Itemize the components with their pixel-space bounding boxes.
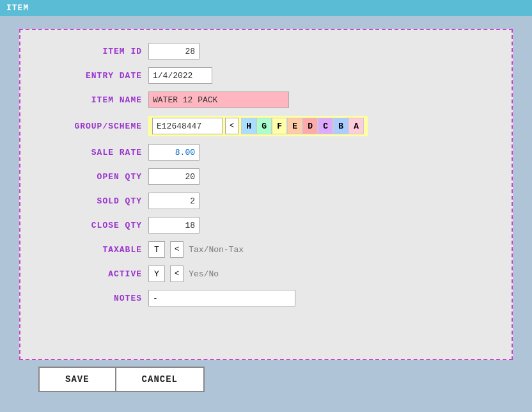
notes-label: NOTES bbox=[40, 294, 142, 303]
item-name-input[interactable] bbox=[148, 91, 289, 108]
open-qty-input[interactable] bbox=[148, 168, 199, 185]
form-container: ITEM ID ENTRY DATE ITEM NAME GROUP/SCHEM… bbox=[19, 29, 513, 360]
taxable-value: T bbox=[154, 245, 159, 255]
cancel-button[interactable]: CANCEL bbox=[116, 367, 205, 392]
active-value: Y bbox=[154, 269, 159, 279]
active-row: ACTIVE Y < Yes/No bbox=[40, 265, 492, 282]
taxable-arrow-btn[interactable]: < bbox=[170, 241, 184, 258]
open-qty-row: OPEN QTY bbox=[40, 168, 492, 185]
item-id-row: ITEM ID bbox=[40, 43, 492, 59]
close-qty-label: CLOSE QTY bbox=[40, 221, 142, 230]
scheme-letter-H[interactable]: H bbox=[241, 118, 256, 134]
close-qty-row: CLOSE QTY bbox=[40, 217, 492, 234]
scheme-letter-G[interactable]: G bbox=[256, 118, 272, 134]
main-content: ITEM ID ENTRY DATE ITEM NAME GROUP/SCHEM… bbox=[0, 16, 532, 405]
sold-qty-row: SOLD QTY bbox=[40, 193, 492, 209]
group-scheme-arrow-btn[interactable]: < bbox=[225, 118, 239, 134]
title-bar-label: ITEM bbox=[6, 3, 29, 13]
sale-rate-input[interactable] bbox=[148, 144, 199, 161]
button-row: SAVE CANCEL bbox=[19, 367, 513, 392]
active-arrow-btn[interactable]: < bbox=[170, 265, 184, 282]
sale-rate-row: SALE RATE bbox=[40, 144, 492, 161]
taxable-controls: T < Tax/Non-Tax bbox=[148, 241, 244, 258]
taxable-row: TAXABLE T < Tax/Non-Tax bbox=[40, 241, 492, 258]
entry-date-row: ENTRY DATE bbox=[40, 67, 492, 84]
entry-date-label: ENTRY DATE bbox=[40, 71, 142, 81]
item-id-label: ITEM ID bbox=[40, 47, 142, 56]
active-label: ACTIVE bbox=[40, 269, 142, 279]
group-scheme-wrapper: < H G F E D C B A bbox=[148, 116, 368, 136]
close-qty-input[interactable] bbox=[148, 217, 199, 234]
scheme-letter-F[interactable]: F bbox=[272, 118, 287, 134]
sold-qty-label: SOLD QTY bbox=[40, 196, 142, 206]
group-scheme-label: GROUP/SCHEME bbox=[40, 122, 142, 131]
scheme-letter-C[interactable]: C bbox=[318, 118, 333, 134]
title-bar: ITEM bbox=[0, 0, 532, 16]
active-description: Yes/No bbox=[189, 269, 219, 279]
scheme-letter-E[interactable]: E bbox=[287, 118, 302, 134]
notes-input[interactable] bbox=[148, 290, 295, 306]
active-value-box: Y bbox=[148, 265, 165, 282]
group-scheme-input[interactable] bbox=[152, 118, 223, 134]
taxable-description: Tax/Non-Tax bbox=[189, 245, 244, 255]
group-scheme-row: GROUP/SCHEME < H G F E D C B A bbox=[40, 116, 492, 136]
item-id-input[interactable] bbox=[148, 43, 199, 59]
scheme-letter-B[interactable]: B bbox=[333, 118, 348, 134]
save-button[interactable]: SAVE bbox=[38, 367, 116, 392]
scheme-letter-D[interactable]: D bbox=[302, 118, 318, 134]
taxable-value-box: T bbox=[148, 241, 165, 258]
notes-row: NOTES bbox=[40, 290, 492, 306]
sold-qty-input[interactable] bbox=[148, 193, 199, 209]
entry-date-input[interactable] bbox=[148, 67, 212, 84]
open-qty-label: OPEN QTY bbox=[40, 172, 142, 182]
active-controls: Y < Yes/No bbox=[148, 265, 219, 282]
item-name-row: ITEM NAME bbox=[40, 91, 492, 108]
taxable-label: TAXABLE bbox=[40, 245, 142, 255]
sale-rate-label: SALE RATE bbox=[40, 148, 142, 157]
item-name-label: ITEM NAME bbox=[40, 95, 142, 105]
scheme-letters: H G F E D C B A bbox=[241, 118, 364, 134]
scheme-letter-A[interactable]: A bbox=[348, 118, 364, 134]
